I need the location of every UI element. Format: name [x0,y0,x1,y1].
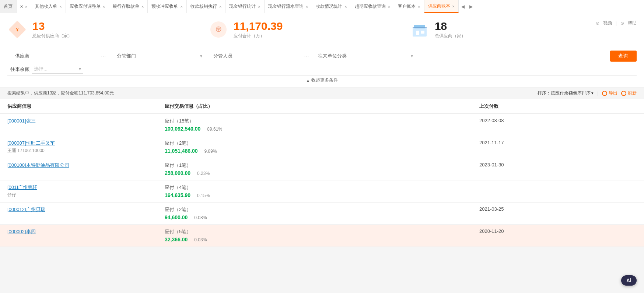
payable-info: 应付（4笔） 164,635.90 0.15% [165,184,479,198]
table-row: [001]广州荣轩 仔仔 应付（4笔） 164,635.90 0.15% [0,180,644,203]
nav-tab-ar-ap-adjust-close[interactable]: × [103,4,105,9]
nav-tab-cash-bank-flow[interactable]: 现金银行流水查询 × [265,0,312,13]
link-divider: | [616,21,617,26]
collapse-chevron-up-icon: ▲ [306,78,310,83]
help-link[interactable]: 帮助 [628,20,637,26]
nav-tab-customer-ledger-close[interactable]: × [418,4,420,9]
nav-tab-payment-verify-close[interactable]: × [219,4,221,9]
dept-label: 分管部门 [114,53,136,59]
nav-tab-advance-offset-close[interactable]: × [180,4,182,9]
person-input[interactable] [237,52,303,60]
nav-tab-3-close[interactable]: × [25,4,27,9]
collapse-button[interactable]: ▲ 收起更多条件 [7,75,637,84]
supplier-dots-icon[interactable]: ··· [101,53,106,59]
nav-arrow-left[interactable]: ◀ [459,0,467,13]
nav-tab-supplier-ledger-close[interactable]: × [452,4,455,8]
table-row: [000007]恒旺二手叉车 王通 17106110000 应付（2笔） 11,… [0,136,644,158]
svg-rect-7 [421,31,424,34]
supplier-link[interactable]: [000001]张三 [7,118,165,124]
nav-tab-collection-stat-close[interactable]: × [344,4,347,9]
payable-amount[interactable]: 100,092,540.00 [165,126,200,132]
last-pay: 2021-03-25 [479,206,637,212]
last-pay: 2021-11-17 [479,140,637,145]
nav-tab-cash-bank-stat-label: 现金银行统计 [229,3,256,10]
last-pay: 2023-01-30 [479,162,637,168]
filter-item-person: 分管人员 ··· [210,51,311,61]
payable-amount[interactable]: 11,051,486.00 [165,148,198,154]
supplier-info: [000001]张三 [7,118,165,124]
supplier-link[interactable]: [001]广州荣轩 [7,184,165,191]
summary-links: ⊙ 视频 | ⊙ 帮助 [596,18,637,26]
nav-tab-overdue-ar-close[interactable]: × [388,4,390,9]
query-button[interactable]: 查询 [610,51,637,62]
supplier-link[interactable]: [000012]广州贝瑞 [7,206,165,213]
summary-bar: ¥ 13 总应付供应商（家） ⊛ 11,170.39 应付合计（万） [0,13,644,46]
data-table: 供应商信息 应付交易信息（占比） 上次付数 [000001]张三 应付（15笔）… [0,99,644,247]
summary-card-3: 18 总供应商（家） [410,20,596,39]
nav-tab-collection-stat[interactable]: 收款情况统计 × [312,0,351,13]
nav-tab-bank-deposit-close[interactable]: × [141,4,144,9]
nav-tab-other-income[interactable]: 其他收入单 × [31,0,66,13]
person-input-wrap[interactable]: ··· [235,51,311,61]
supplier-link[interactable]: [000100]本特勤油品有限公司 [7,162,165,169]
nav-tab-cash-bank-flow-close[interactable]: × [306,4,308,9]
col-header-supplier: 供应商信息 [7,103,165,110]
nav-arrow-right[interactable]: ▶ [467,0,475,13]
sort-button[interactable]: 排序：按应付余额倒序排序 ▾ [538,90,594,96]
payable-row: 164,635.90 0.15% [165,192,479,198]
nav-tab-collection-stat-label: 收款情况统计 [316,3,342,10]
total-suppliers: 18 [435,20,466,32]
payable-label: 应付（4笔） [165,184,479,191]
nav-tab-customer-ledger[interactable]: 客户账本 × [394,0,424,13]
balance-chevron-icon: ▾ [79,66,81,72]
supplier-input[interactable] [34,52,100,60]
sort-chevron-icon: ▾ [591,91,594,96]
nav-tab-advance-offset[interactable]: 预收冲应收单 × [148,0,186,13]
payable-amount[interactable]: 94,600.00 [165,214,188,220]
nav-tab-overdue-ar[interactable]: 超期应收款查询 × [351,0,394,13]
total-payable-suppliers-label: 总应付供应商（家） [32,33,72,39]
nav-tab-3[interactable]: 3 × [17,0,31,13]
refresh-label: 刷新 [628,90,637,96]
nav-tab-payment-verify[interactable]: 收款核销执行 × [187,0,225,13]
export-icon [602,91,607,96]
payable-amount[interactable]: 164,635.90 [165,192,190,198]
sort-label: 排序：按应付余额倒序排序 [538,90,591,96]
payable-info: 应付（15笔） 100,092,540.00 89.61% [165,118,479,132]
unit-type-label: 往来单位分类 [317,53,347,59]
filter-item-balance: 往来余额 选择... ▾ [7,65,83,74]
col-header-last-pay: 上次付数 [479,103,637,110]
payable-amount[interactable]: 32,366.00 [165,237,188,242]
total-payable-amount-label: 应付合计（万） [234,33,283,39]
supplier-link[interactable]: [000007]恒旺二手叉车 [7,140,165,146]
result-text: 搜索结果中，供应商13家，应付金额111,703,854.00元 [7,90,114,96]
payable-row: 100,092,540.00 89.61% [165,125,479,132]
nav-tab-ar-ap-adjust[interactable]: 应收应付调整单 × [66,0,109,13]
payable-row: 258,000.00 0.23% [165,169,479,176]
dept-select[interactable]: ▾ [138,52,204,60]
nav-tab-supplier-ledger[interactable]: 供应商账本 × [424,0,459,13]
nav-tab-other-income-close[interactable]: × [59,4,62,9]
supplier-link[interactable]: [000002]李四 [7,228,165,235]
nav-tab-cash-bank-stat-close[interactable]: × [258,4,260,9]
nav-tab-bank-deposit[interactable]: 银行存取款单 × [109,0,148,13]
payable-pct: 9.89% [204,149,217,154]
filter-item-dept: 分管部门 ▾ [114,52,204,60]
unit-type-select[interactable]: ▾ [349,52,415,60]
export-button[interactable]: 导出 [602,90,617,96]
payable-amount[interactable]: 258,000.00 [165,170,190,176]
nav-tab-home[interactable]: 首页 [0,0,17,13]
video-link[interactable]: 视频 [603,20,612,26]
person-dots-icon[interactable]: ··· [304,53,309,59]
refresh-button[interactable]: 刷新 [621,90,637,96]
filter-item-supplier: 供应商 ··· [7,51,108,61]
payable-pct: 89.61% [207,127,222,132]
diamond-icon: ¥ [7,20,27,39]
nav-tab-cash-bank-stat[interactable]: 现金银行统计 × [225,0,264,13]
supplier-input-wrap[interactable]: ··· [32,51,108,61]
table-row-highlighted: [000002]李四 应付（5笔） 32,366.00 0.03% 2020-1… [0,225,644,247]
supplier-sub: 王通 17106110000 [7,148,165,154]
balance-select[interactable]: 选择... ▾ [32,65,83,74]
summary-card-1: ¥ 13 总应付供应商（家） [7,20,193,39]
payable-pct: 0.23% [197,171,210,176]
